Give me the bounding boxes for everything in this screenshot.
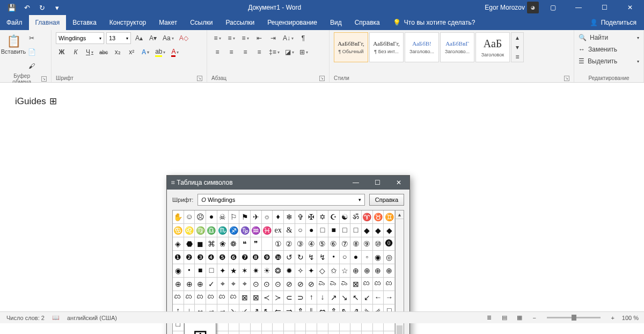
char-cell[interactable]: ⑧ <box>350 237 362 251</box>
dialog-close[interactable]: ✕ <box>388 176 409 190</box>
char-cell[interactable] <box>251 331 262 334</box>
shading-button[interactable]: ◪ <box>283 46 296 58</box>
tab-view[interactable]: Вид <box>324 15 348 30</box>
char-cell[interactable]: ↙ <box>362 291 373 304</box>
line-spacing-button[interactable]: ‡≡ <box>267 46 281 58</box>
cut-button[interactable]: ✂ <box>26 32 38 44</box>
char-cell[interactable]: ❺ <box>217 251 229 264</box>
char-cell[interactable]: ⌘ <box>206 237 217 251</box>
char-cell[interactable]: ↖ <box>350 291 362 304</box>
shrink-font-button[interactable]: A▾ <box>147 32 159 44</box>
char-cell[interactable]: ← <box>373 291 384 304</box>
char-cell[interactable]: ↺ <box>284 251 295 264</box>
style-title[interactable]: АаБЗаголовок <box>475 32 510 62</box>
find-button[interactable]: 🔍Найти▾ <box>579 32 639 43</box>
char-cell[interactable]: ↗ <box>328 291 340 304</box>
word-count[interactable]: Число слов: 2 <box>6 315 45 321</box>
char-cell[interactable] <box>362 331 373 334</box>
char-cell[interactable]: ① <box>273 237 284 251</box>
char-cell[interactable] <box>384 331 395 334</box>
char-cell[interactable]: ⑨ <box>362 237 373 251</box>
close-button[interactable]: ✕ <box>618 0 642 15</box>
char-cell[interactable]: ⚑ <box>239 210 251 224</box>
dialog-titlebar[interactable]: ⌗ Таблица символов — ☐ ✕ <box>167 176 409 190</box>
char-cell[interactable]: ❷ <box>184 251 195 264</box>
char-cell[interactable]: ⚐ <box>229 210 240 224</box>
char-cell[interactable]: ③ <box>295 237 306 251</box>
increase-indent-button[interactable]: ⇥ <box>267 32 279 44</box>
char-cell[interactable]: ✦ <box>306 264 317 278</box>
char-cell[interactable] <box>373 331 384 334</box>
char-cell[interactable]: ✹ <box>284 264 295 278</box>
char-cell[interactable]: ❞ <box>251 237 262 251</box>
copy-button[interactable]: 📄 <box>26 46 38 58</box>
char-cell[interactable]: ✷ <box>251 264 262 278</box>
char-cell[interactable]: □ <box>340 224 351 237</box>
char-cell[interactable]: ● <box>350 251 362 264</box>
style-normal[interactable]: АаБбВвГг,¶ Обычный <box>334 32 368 62</box>
char-cell[interactable] <box>350 331 362 334</box>
sort-button[interactable]: A↓ <box>281 32 295 44</box>
char-cell[interactable]: ♉ <box>373 210 384 224</box>
dialog-font-combo[interactable]: O Wingdings ▾ <box>197 194 365 206</box>
char-cell[interactable]: ❶ <box>173 251 184 264</box>
char-cell[interactable]: ⊠ <box>350 278 362 291</box>
char-cell[interactable]: ④ <box>306 237 317 251</box>
char-cell[interactable]: ★ <box>229 264 240 278</box>
share-button[interactable]: 👤 Поделиться <box>582 15 644 30</box>
char-cell[interactable]: ■ <box>328 224 340 237</box>
char-cell[interactable]: ◆ <box>362 224 373 237</box>
tab-mailings[interactable]: Рассылки <box>219 15 261 30</box>
user-avatar[interactable]: ◕ <box>527 2 539 13</box>
style-heading2[interactable]: АаБбВвГЗаголово... <box>440 32 474 62</box>
char-cell[interactable]: ಐ <box>373 278 384 291</box>
char-cell[interactable]: ⬣ <box>184 237 195 251</box>
char-cell[interactable]: ⊕ <box>350 264 362 278</box>
char-cell[interactable]: ⊙ <box>273 278 284 291</box>
char-cell[interactable]: ♋ <box>173 224 184 237</box>
char-cell[interactable]: ↓ <box>317 291 328 304</box>
char-cell[interactable]: ≺ <box>262 291 273 304</box>
char-cell[interactable]: ✠ <box>306 210 317 224</box>
char-cell[interactable]: ◉ <box>373 251 384 264</box>
char-cell[interactable] <box>306 331 317 334</box>
clear-formatting-button[interactable]: A◇ <box>178 32 190 44</box>
char-cell[interactable]: ex <box>273 224 284 237</box>
char-cell[interactable]: ✡ <box>317 210 328 224</box>
char-cell[interactable]: ☠ <box>217 210 229 224</box>
strikethrough-button[interactable]: abс <box>98 46 109 58</box>
char-cell[interactable]: ≻ <box>273 291 284 304</box>
char-cell[interactable]: ☆ <box>340 264 351 278</box>
zoom-in-button[interactable]: + <box>607 313 619 323</box>
char-cell[interactable] <box>317 331 328 334</box>
char-cell[interactable]: ⑦ <box>340 237 351 251</box>
view-print-layout[interactable]: ▤ <box>499 313 510 323</box>
select-button[interactable]: ☰Выделить▾ <box>579 56 639 67</box>
char-cell[interactable]: ಐ <box>217 291 229 304</box>
char-cell[interactable]: ❂ <box>273 264 284 278</box>
show-marks-button[interactable]: ¶ <box>297 32 309 44</box>
char-cell[interactable]: ♍ <box>195 224 206 237</box>
scroll-up[interactable]: ▲ <box>396 210 404 219</box>
char-cell[interactable]: ಐ <box>362 278 373 291</box>
redo-icon[interactable]: ↻ <box>34 0 49 15</box>
char-cell[interactable] <box>328 331 340 334</box>
bold-button[interactable]: Ж <box>56 46 68 58</box>
char-cell[interactable]: ✓ <box>206 278 217 291</box>
char-cell[interactable]: ◎ <box>384 251 395 264</box>
char-cell[interactable]: ⊃ <box>295 291 306 304</box>
dialog-minimize[interactable]: — <box>345 176 367 190</box>
char-cell[interactable]: ♈ <box>362 210 373 224</box>
char-cell[interactable]: • <box>184 264 195 278</box>
char-cell[interactable]: □ <box>206 264 217 278</box>
char-cell[interactable]: ❿ <box>273 251 284 264</box>
char-cell[interactable] <box>173 331 184 334</box>
customize-qat-icon[interactable]: ▾ <box>49 0 64 15</box>
char-cell[interactable]: ಎ <box>340 278 351 291</box>
clipboard-launcher[interactable]: ↘ <box>41 76 47 82</box>
char-cell[interactable]: ◆ <box>384 224 395 237</box>
char-cell[interactable]: ⊕ <box>384 264 395 278</box>
borders-button[interactable]: ⊞ <box>298 46 310 58</box>
char-cell[interactable]: ❀ <box>217 237 229 251</box>
char-cell[interactable]: ◈ <box>173 237 184 251</box>
